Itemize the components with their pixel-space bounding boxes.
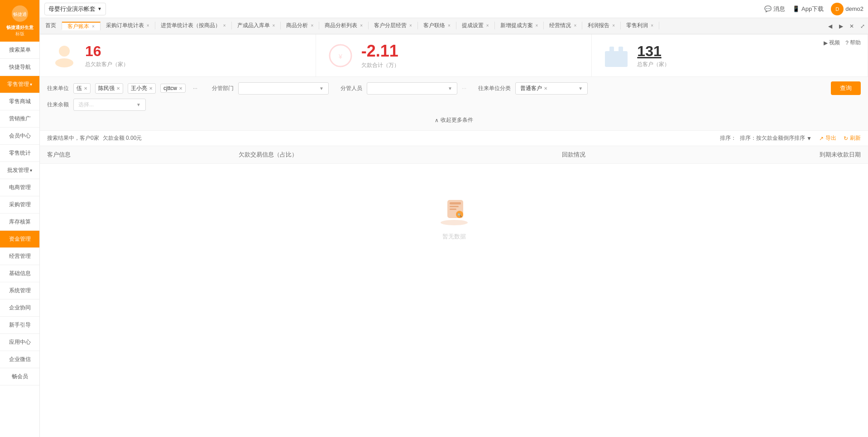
tab-close-customer-contact[interactable]: × [448,23,451,28]
table-header: 客户信息 欠款交易信息（占比） 回款情况 到期未收款日期 [40,146,868,164]
svg-rect-12 [450,206,459,207]
tab-close-retail-profit[interactable]: × [651,23,653,28]
tab-close-product-analysis-list[interactable]: × [360,23,363,28]
unit-tag-chen[interactable]: 陈民强 ✕ [95,83,123,94]
sidebar-item-enterprise-collab[interactable]: 企业协同 [0,299,39,317]
tab-product-analysis-list[interactable]: 商品分析列表× [319,22,369,29]
sidebar-item-retail-stats[interactable]: 零售统计 [0,145,39,162]
sidebar-item-member-vip[interactable]: 畅会员 [0,368,39,385]
sidebar-item-member-center[interactable]: 会员中心 [0,128,39,145]
tab-new-raise[interactable]: 新增提成方案× [495,22,544,29]
sidebar-item-retail-shop[interactable]: 零售商城 [0,93,39,110]
sidebar-item-ecommerce[interactable]: 电商管理 [0,179,39,196]
tab-business-status[interactable]: 经营情况× [544,22,582,29]
collapse-label: 收起更多条件 [441,116,473,124]
tab-expand-btn[interactable]: ⤢ [857,18,868,34]
sort-select[interactable]: 排序：按欠款金额倒序排序 ▼ [740,134,812,142]
person-more-btn[interactable]: ··· [462,85,466,91]
avatar: D [831,3,844,15]
tab-close-purchase-order[interactable]: × [147,23,149,28]
sidebar-item-inventory[interactable]: 库存核算 [0,214,39,231]
unit-more-btn[interactable]: ··· [190,84,200,92]
tab-customer-book[interactable]: 客户账本× [62,22,101,30]
balance-select[interactable]: 选择... ▼ [73,99,146,111]
export-btn[interactable]: ↗ 导出 [819,134,836,142]
tab-close-all-btn[interactable]: ✕ [846,18,857,34]
category-tag-close[interactable]: ✕ [544,86,547,91]
message-btn[interactable]: 💬 消息 [764,5,785,13]
tab-stock-stats[interactable]: 进货单统计表（按商品）× [155,22,232,29]
unit-tag-wang[interactable]: 王小亮 ✕ [128,83,156,94]
tab-raise-settings[interactable]: 提成设置× [456,22,495,29]
refresh-btn[interactable]: ↻ 刷新 [844,134,861,142]
tab-profit-report[interactable]: 利润报告× [582,22,621,29]
account-selector[interactable]: 母婴行业演示帐套 ▼ [44,3,106,15]
app-download-btn[interactable]: 📱 App下载 [792,5,824,13]
message-label: 消息 [773,5,785,13]
category-select[interactable]: 普通客户 ✕ ▼ [515,82,588,95]
unit-tag-wang-close[interactable]: ✕ [149,86,153,91]
unit-tag-chen-close[interactable]: ✕ [116,86,120,91]
svg-point-2 [59,46,70,57]
unit-tag-wu-close[interactable]: ✕ [84,86,87,91]
sidebar-item-quick-nav[interactable]: 快捷导航 [0,59,39,76]
stat-value-total[interactable]: 131 [637,43,670,60]
unit-filter-label: 往来单位 [47,85,69,92]
sidebar-item-finance-mgmt[interactable]: 资金管理 [0,231,39,248]
tab-close-raise-settings[interactable]: × [486,23,489,28]
collapse-btn[interactable]: ∧ 收起更多条件 [429,114,479,126]
tab-label-customer-contact: 客户联络 [423,22,445,29]
tab-close-profit-report[interactable]: × [612,23,615,28]
tab-customer-contact[interactable]: 客户联络× [418,22,456,29]
sidebar-item-wholesale-mgmt[interactable]: 批发管理 ▾ [0,162,39,179]
tab-close-cost-in[interactable]: × [273,23,275,28]
tab-purchase-order[interactable]: 采购订单统计表× [101,22,155,29]
tab-close-customer-book[interactable]: × [92,24,95,29]
tab-next-btn[interactable]: ▶ [835,18,846,34]
tab-home[interactable]: 首页 [40,22,62,29]
sidebar-item-business-mgmt[interactable]: 经营管理 [0,248,39,265]
sidebar-item-new-guide[interactable]: 新手引导 [0,317,39,334]
debt-icon: ¥ [327,42,354,69]
sidebar-item-marketing[interactable]: 营销推广 [0,110,39,128]
tab-label-product-analysis-list: 商品分析列表 [325,22,357,29]
sidebar-item-basic-info[interactable]: 基础信息 [0,265,39,282]
balance-placeholder: 选择... [78,101,94,109]
tab-cost-in[interactable]: 产成品入库单× [232,22,281,29]
unit-tag-wu[interactable]: 伍 ✕ [73,83,91,94]
tabbar: 首页客户账本×采购订单统计表×进货单统计表（按商品）×产成品入库单×商品分析×商… [40,18,868,34]
svg-rect-6 [605,51,628,67]
sidebar-item-purchase-mgmt[interactable]: 采购管理 [0,196,39,214]
tab-close-new-raise[interactable]: × [536,23,538,28]
stat-value-debt: -2.11 [361,42,399,61]
tab-product-analysis[interactable]: 商品分析× [281,22,319,29]
stat-label-debt: 欠款合计（万） [361,62,399,69]
user-profile[interactable]: D demo2 [831,3,863,15]
sidebar-item-enterprise-wechat[interactable]: 企业微信 [0,351,39,368]
sidebar-item-app-center[interactable]: 应用中心 [0,334,39,351]
person-select[interactable]: ▼ [367,82,457,95]
dept-select[interactable]: ▼ [238,82,329,95]
help-btn[interactable]: ? 帮助 [845,39,861,47]
person-value [372,85,377,92]
dept-filter-label: 分管部门 [212,85,234,92]
sidebar-logo[interactable]: 畅捷通 畅捷通好生意 标版 [0,0,39,42]
tab-close-customer-tier[interactable]: × [409,23,412,28]
unit-tag-cjttcw[interactable]: cjttcw ✕ [160,84,186,93]
sort-arrow-icon: ▼ [806,135,812,142]
video-btn[interactable]: ▶ 视频 [824,39,840,47]
tab-prev-btn[interactable]: ◀ [825,18,835,34]
sidebar-item-system-mgmt[interactable]: 系统管理 [0,282,39,299]
account-name: 母婴行业演示帐套 [48,5,96,13]
sidebar-item-retail-mgmt[interactable]: 零售管理 ▾ [0,76,39,93]
tab-retail-profit[interactable]: 零售利润× [621,22,659,29]
query-button[interactable]: 查询 [831,81,861,95]
tab-close-business-status[interactable]: × [574,23,576,28]
tab-close-stock-stats[interactable]: × [223,23,226,28]
tab-customer-tier[interactable]: 客户分层经营× [369,22,418,29]
sort-value: 排序：按欠款金额倒序排序 [740,134,805,142]
unit-tag-cjttcw-close[interactable]: ✕ [179,86,182,91]
sidebar-item-search[interactable]: 搜索菜单 [0,42,39,59]
tab-close-product-analysis[interactable]: × [311,23,313,28]
top-right-actions: ▶ 视频 ? 帮助 [824,39,861,47]
